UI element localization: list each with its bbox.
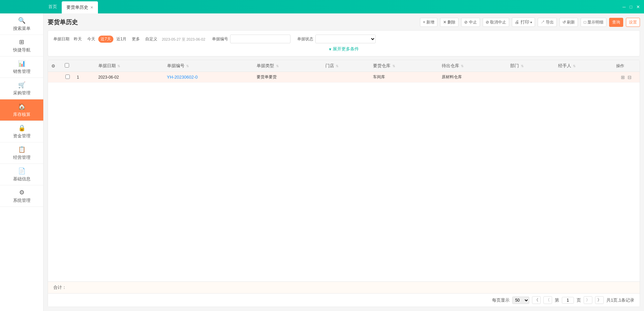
tab-home[interactable]: 首页 (44, 0, 62, 13)
page-title: 要货单历史 (48, 18, 78, 26)
page-input-prefix: 第 (555, 297, 559, 303)
add-button[interactable]: + 新增 (420, 18, 437, 27)
summary-label: 合计： (53, 284, 66, 291)
row-checkbox[interactable] (65, 75, 70, 79)
date-btn-today[interactable]: 今天 (85, 36, 98, 43)
settings-button[interactable]: 设置 (626, 18, 640, 27)
finance-icon: 🔒 (18, 124, 25, 132)
sort-store-icon[interactable]: ⇅ (336, 64, 338, 68)
sidebar-item-basic[interactable]: 📄 基础信息 (0, 164, 43, 185)
close-icon[interactable]: ✕ (636, 4, 640, 9)
show-detail-button[interactable]: □ 显示明细 (581, 18, 606, 27)
sidebar-item-quick-nav[interactable]: ⊞ 快捷导航 (0, 35, 43, 56)
row-delete-icon[interactable]: ⊟ (628, 75, 632, 80)
date-btn-custom[interactable]: 自定义 (143, 36, 160, 43)
sort-department-icon[interactable]: ⇅ (521, 64, 524, 68)
date-range-display: 2023-05-27 至 2023-06-02 (162, 37, 205, 42)
minimize-icon[interactable]: ─ (623, 4, 626, 9)
status-select[interactable] (315, 35, 376, 43)
th-settings (48, 60, 61, 72)
th-date: 单据日期 ⇅ (95, 60, 164, 72)
sidebar-item-system[interactable]: ⚙ 系统管理 (0, 185, 43, 207)
window-controls: ─ □ ✕ (623, 4, 644, 9)
print-dropdown-icon: ▾ (530, 20, 532, 24)
sort-date-icon[interactable]: ⇅ (117, 64, 120, 68)
order-no-filter-group: 单据编号 (212, 35, 290, 43)
cancel-stop-button[interactable]: ⊘ 取消中止 (483, 18, 509, 27)
sidebar-item-purchase[interactable]: 🛒 采购管理 (0, 78, 43, 99)
th-pending-warehouse: 待出仓库 ⇅ (438, 60, 507, 72)
sidebar-item-search[interactable]: 🔍 搜索菜单 (0, 13, 43, 35)
tab-close-icon[interactable]: ✕ (90, 5, 93, 10)
sidebar: 🔍 搜索菜单 ⊞ 快捷导航 📊 销售管理 🛒 采购管理 🏠 库存核算 🔒 资金管… (0, 13, 44, 311)
print-button[interactable]: 🖨 打印 ▾ (512, 17, 535, 27)
pagination-bar: 每页显示 50 10 20 100 《 〈 第 页 〉 》 共1页,1条记录 (48, 293, 640, 307)
content-area: 要货单历史 + 新增 ✕ 删除 ⊘ 中止 ⊘ 取消中止 🖨 打印 ▾ ↗ 导出 … (44, 13, 644, 311)
page-size-select[interactable]: 50 10 20 100 (512, 297, 529, 304)
refresh-button[interactable]: ↺ 刷新 (559, 18, 578, 27)
last-page-btn[interactable]: 》 (595, 296, 604, 304)
th-index (73, 60, 95, 72)
sidebar-item-inventory[interactable]: 🏠 库存核算 (0, 99, 43, 121)
sort-handler-icon[interactable]: ⇅ (573, 64, 576, 68)
filter-row: 单据日期 昨天 今天 近7天 近1月 更多 自定义 2023-05-27 至 2… (53, 35, 634, 43)
sort-order-type-icon[interactable]: ⇅ (276, 64, 279, 68)
operation-icon: 📋 (18, 146, 25, 153)
expand-icon: ▾ (329, 47, 331, 52)
page-size-label: 每页显示 (492, 297, 509, 303)
sidebar-item-operation[interactable]: 📋 经营管理 (0, 142, 43, 164)
inventory-icon: 🏠 (18, 103, 25, 110)
date-btn-last1month[interactable]: 近1月 (114, 36, 129, 43)
tab-order-history[interactable]: 要货单历史 ✕ (62, 1, 98, 13)
sidebar-item-finance[interactable]: 🔒 资金管理 (0, 121, 43, 142)
date-btn-more[interactable]: 更多 (129, 36, 142, 43)
th-handler: 经手人 ⇅ (555, 60, 613, 72)
table-container: 单据日期 ⇅ 单据编号 ⇅ 单据类型 ⇅ (48, 60, 640, 307)
order-no-input[interactable] (230, 35, 290, 43)
td-department (507, 72, 554, 83)
toolbar: + 新增 ✕ 删除 ⊘ 中止 ⊘ 取消中止 🖨 打印 ▾ ↗ 导出 ↺ 刷新 □… (420, 17, 640, 27)
prev-page-btn[interactable]: 〈 (543, 296, 552, 304)
table-body: 1 2023-06-02 YH-20230602-0 要货单要货 车间库 原材料… (48, 72, 640, 83)
page-input[interactable] (562, 297, 574, 304)
expand-more-btn[interactable]: ▾ 展开更多条件 (53, 46, 634, 52)
sort-pending-warehouse-icon[interactable]: ⇅ (461, 64, 464, 68)
stop-button[interactable]: ⊘ 中止 (461, 18, 480, 27)
sort-order-no-icon[interactable]: ⇅ (186, 64, 189, 68)
th-action: 操作 (613, 60, 640, 72)
order-no-label: 单据编号 (212, 36, 228, 42)
data-table: 单据日期 ⇅ 单据编号 ⇅ 单据类型 ⇅ (48, 60, 640, 83)
first-page-btn[interactable]: 《 (532, 296, 541, 304)
td-handler (555, 72, 613, 83)
row-edit-icon[interactable]: ⊞ (621, 75, 625, 80)
date-btn-last7days[interactable]: 近7天 (98, 36, 113, 43)
date-quick-btns: 昨天 今天 近7天 近1月 更多 自定义 (71, 36, 160, 43)
delete-button[interactable]: ✕ 删除 (440, 18, 459, 27)
table-header: 单据日期 ⇅ 单据编号 ⇅ 单据类型 ⇅ (48, 60, 640, 72)
td-action: ⊞ ⊟ (613, 72, 640, 83)
summary-bar: 合计： (48, 281, 640, 293)
export-button[interactable]: ↗ 导出 (538, 18, 557, 27)
sales-icon: 📊 (18, 60, 25, 67)
date-filter-label: 单据日期 (53, 36, 69, 42)
date-btn-yesterday[interactable]: 昨天 (71, 36, 84, 43)
top-bar: 首页 要货单历史 ✕ ─ □ ✕ (0, 0, 644, 13)
th-order-no: 单据编号 ⇅ (164, 60, 254, 72)
next-page-btn[interactable]: 〉 (584, 296, 592, 304)
query-button[interactable]: 查询 (609, 18, 623, 27)
purchase-icon: 🛒 (18, 81, 25, 89)
column-settings-icon[interactable] (51, 63, 55, 69)
td-pending-warehouse: 原材料仓库 (438, 72, 507, 83)
system-icon: ⚙ (19, 189, 24, 196)
th-checkbox (61, 60, 73, 72)
select-all-checkbox[interactable] (65, 63, 69, 68)
td-store (322, 72, 370, 83)
sort-req-warehouse-icon[interactable]: ⇅ (392, 64, 395, 68)
order-no-link[interactable]: YH-20230602-0 (167, 75, 198, 80)
page-input-suffix: 页 (577, 297, 581, 303)
td-order-no[interactable]: YH-20230602-0 (164, 72, 254, 83)
th-req-warehouse: 要货仓库 ⇅ (370, 60, 438, 72)
maximize-icon[interactable]: □ (630, 4, 632, 9)
basic-icon: 📄 (18, 167, 25, 175)
sidebar-item-sales[interactable]: 📊 销售管理 (0, 56, 43, 78)
